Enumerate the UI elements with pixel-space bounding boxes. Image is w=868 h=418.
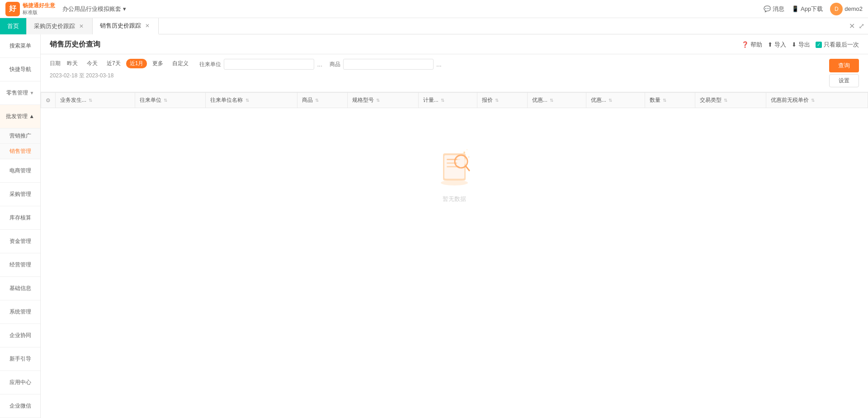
message-label: 消息: [773, 5, 784, 13]
app-download-btn[interactable]: 📱 App下载: [792, 5, 823, 13]
topbar: 好 畅捷通好生意 标准版 办公用品行业模拟账套 ▾ 💬 消息 📱 App下载 D…: [0, 0, 868, 18]
only-last-checkbox[interactable]: ✓ 只看最后一次: [816, 41, 859, 49]
col-discount2[interactable]: 优惠... ⇅: [586, 93, 645, 108]
message-btn[interactable]: 💬 消息: [764, 5, 784, 13]
sidebar-item-operations-mgmt[interactable]: 经营管理: [0, 253, 40, 277]
col-quote[interactable]: 报价 ⇅: [477, 93, 527, 108]
col-discount1-label: 优惠...: [532, 97, 547, 103]
sidebar-item-search-menu[interactable]: 搜索菜单: [0, 34, 40, 58]
logo-icon: 好: [5, 2, 20, 16]
sort-arrows-discount2: ⇅: [609, 98, 612, 103]
tab-home[interactable]: 首页: [0, 18, 27, 34]
settings-button[interactable]: 设置: [829, 74, 859, 87]
goods-label: 商品: [330, 61, 340, 68]
col-settings[interactable]: ⚙: [41, 93, 56, 108]
query-button[interactable]: 查询: [829, 59, 859, 72]
col-quantity[interactable]: 数量 ⇅: [645, 93, 695, 108]
svg-line-8: [466, 166, 469, 171]
retail-mgmt-label: 零售管理: [6, 89, 28, 97]
col-spec[interactable]: 规格型号 ⇅: [347, 93, 418, 108]
new-guide-label: 新手引导: [9, 355, 31, 363]
col-trade-type[interactable]: 交易类型 ⇅: [695, 93, 766, 108]
page-actions: ❓ 帮助 ⬆ 导入 ⬇ 导出 ✓ 只看最后一: [741, 41, 859, 49]
col-goods[interactable]: 商品 ⇅: [297, 93, 347, 108]
date-option-yesterday[interactable]: 昨天: [63, 59, 81, 68]
date-option-custom[interactable]: 自定义: [169, 59, 192, 68]
sort-arrows-trade-type: ⇅: [724, 98, 727, 103]
expand-btn[interactable]: ⤢: [859, 22, 864, 30]
sort-arrows-quantity: ⇅: [663, 98, 666, 103]
col-counterpart-code[interactable]: 往来单位 ⇅: [135, 93, 206, 108]
sidebar-item-quick-nav[interactable]: 快捷导航: [0, 58, 40, 81]
counterpart-filter-row: 往来单位 ...: [199, 59, 322, 70]
svg-rect-4: [447, 162, 458, 164]
col-biz-date[interactable]: 业务发生... ⇅: [56, 93, 135, 108]
export-btn[interactable]: ⬇ 导出: [792, 41, 810, 49]
sort-arrows-discount1: ⇅: [550, 98, 553, 103]
tab-sales-history-close[interactable]: ✕: [144, 22, 151, 29]
sidebar-item-marketing-promo[interactable]: 营销推广: [0, 128, 40, 144]
date-option-more[interactable]: 更多: [149, 59, 167, 68]
tab-sales-history[interactable]: 销售历史价跟踪 ✕: [93, 18, 159, 34]
sidebar-item-purchase-mgmt[interactable]: 采购管理: [0, 183, 40, 206]
sort-arrows-counterpart-code: ⇅: [164, 98, 167, 103]
empty-text: 暂无数据: [443, 195, 466, 203]
sidebar-item-sales-mgmt[interactable]: 销售管理: [0, 144, 40, 159]
tab-purchase-history[interactable]: 采购历史价跟踪 ✕: [27, 18, 93, 34]
col-trade-type-label: 交易类型: [700, 97, 722, 103]
wholesale-mgmt-row: 批发管理 ▲: [6, 113, 34, 120]
export-icon: ⬇: [792, 41, 797, 48]
svg-point-0: [441, 180, 468, 185]
counterpart-filter-group: 往来单位 ...: [199, 59, 322, 70]
nav-selector-label: 办公用品行业模拟账套: [62, 5, 121, 13]
tab-purchase-history-label: 采购历史价跟踪: [34, 22, 75, 30]
sidebar-item-system-mgmt[interactable]: 系统管理: [0, 300, 40, 324]
date-option-last1m[interactable]: 近1月: [126, 59, 147, 68]
help-btn[interactable]: ❓ 帮助: [741, 41, 762, 49]
sidebar: 搜索菜单 快捷导航 零售管理 ▼ 批发管理 ▲ 营销推广 销售管理 电商管理 采: [0, 34, 41, 418]
sidebar-item-app-center[interactable]: 应用中心: [0, 371, 40, 394]
sidebar-item-enterprise-wechat[interactable]: 企业微信: [0, 394, 40, 418]
empty-icon: [432, 144, 477, 190]
tab-purchase-history-close[interactable]: ✕: [78, 23, 85, 30]
sidebar-item-new-guide[interactable]: 新手引导: [0, 347, 40, 371]
settings-col-icon: ⚙: [46, 97, 51, 104]
col-pre-tax-price[interactable]: 优惠前无税单价 ⇅: [766, 93, 868, 108]
system-mgmt-label: 系统管理: [9, 308, 31, 316]
import-btn[interactable]: ⬆ 导入: [768, 41, 786, 49]
marketing-promo-label: 营销推广: [9, 133, 31, 139]
goods-input[interactable]: [343, 59, 434, 70]
sidebar-item-inventory-check[interactable]: 库存核算: [0, 206, 40, 230]
sort-arrows-counterpart-name: ⇅: [245, 98, 249, 103]
filter-bar: 日期 昨天 今天 近7天 近1月 更多 自定义 2023-02-18 至 202…: [41, 54, 868, 92]
search-menu-label: 搜索菜单: [9, 42, 31, 50]
counterpart-dots[interactable]: ...: [317, 61, 322, 68]
sidebar-item-wholesale-mgmt[interactable]: 批发管理 ▲: [0, 105, 40, 128]
help-icon: ❓: [741, 41, 749, 48]
close-all-tabs-btn[interactable]: ✕: [849, 22, 855, 30]
date-range: 2023-02-18 至 2023-03-18: [50, 72, 113, 80]
user-profile-btn[interactable]: D demo2: [830, 3, 863, 15]
sidebar-item-fund-mgmt[interactable]: 资金管理: [0, 230, 40, 253]
goods-dots[interactable]: ...: [436, 61, 442, 68]
logo-area: 好 畅捷通好生意 标准版: [5, 2, 55, 16]
wholesale-mgmt-arrow: ▲: [29, 113, 34, 119]
wholesale-mgmt-label: 批发管理: [6, 113, 28, 119]
col-counterpart-name[interactable]: 往来单位名称 ⇅: [206, 93, 297, 108]
data-table: ⚙ 业务发生... ⇅ 往来单位 ⇅ 往来单位名称 ⇅: [41, 92, 868, 108]
sidebar-item-retail-mgmt[interactable]: 零售管理 ▼: [0, 81, 40, 105]
sidebar-item-basic-info[interactable]: 基础信息: [0, 277, 40, 300]
sidebar-item-ecommerce-mgmt[interactable]: 电商管理: [0, 159, 40, 183]
sidebar-item-enterprise-collab[interactable]: 企业协同: [0, 324, 40, 347]
page-title: 销售历史价查询: [50, 40, 100, 49]
col-unit[interactable]: 计量... ⇅: [418, 93, 477, 108]
basic-info-label: 基础信息: [9, 285, 31, 292]
col-discount1[interactable]: 优惠... ⇅: [527, 93, 586, 108]
col-counterpart-code-label: 往来单位: [140, 97, 161, 103]
date-option-last7[interactable]: 近7天: [103, 59, 124, 68]
fund-mgmt-label: 资金管理: [9, 238, 31, 245]
nav-selector[interactable]: 办公用品行业模拟账套 ▾: [59, 3, 130, 15]
date-option-today[interactable]: 今天: [83, 59, 101, 68]
enterprise-collab-label: 企业协同: [9, 332, 31, 339]
counterpart-input[interactable]: [224, 59, 314, 70]
